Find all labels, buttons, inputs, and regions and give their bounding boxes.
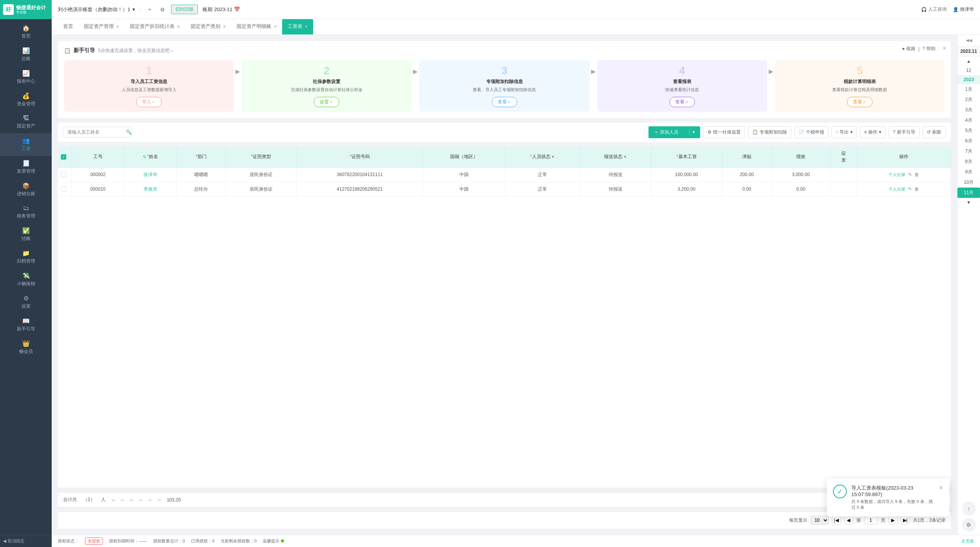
social-insurance-button[interactable]: ⚙ 统一社保设置 [703,126,745,138]
sidebar-item-settings[interactable]: ⚙ 设置 [0,291,52,314]
expand-calendar-button[interactable]: ◀◀ [957,35,980,46]
calendar-month-3[interactable]: 3月 [957,105,980,115]
sidebar-item-tax[interactable]: 🗂 税务管理 [0,201,52,223]
guide-close-button[interactable]: ✕ [942,46,946,51]
unpin-button[interactable]: ◀ 取消固定 [0,535,52,547]
calendar-month-2[interactable]: 2月 [957,95,980,105]
calendar-month-6[interactable]: 6月 [957,136,980,146]
close-tab-icon[interactable]: ✕ [223,24,226,29]
calendar-month-5[interactable]: 5月 [957,126,980,136]
row-checkbox[interactable] [61,186,66,192]
calendar-month-10[interactable]: 10月 [957,177,980,188]
close-tab-icon[interactable]: ✕ [305,24,308,29]
nav-up-button[interactable]: ▲ [957,57,980,66]
toast-close-button[interactable]: ✕ [939,485,943,491]
step-import-button[interactable]: 导入＞ [136,97,162,107]
delete-icon[interactable]: 🗑 [915,172,919,177]
th-dept: *部门 [177,147,226,168]
sidebar-item-invoice[interactable]: 🧾 发票管理 [0,156,52,178]
last-page-button[interactable]: ▶| [901,516,910,525]
close-tab-icon[interactable]: ✕ [116,24,119,29]
select-all-th: ✓ [58,147,72,168]
next-page-button[interactable]: ▶ [889,516,898,525]
first-page-button[interactable]: |◀ [832,516,841,525]
step-view-button[interactable]: 查看＞ [492,97,517,107]
filter-icon[interactable]: ▼ [551,155,555,159]
social-insurance-link[interactable]: 个人社保 [889,187,905,191]
step-setup-button[interactable]: 设置＞ [314,97,339,107]
select-all-checkbox[interactable]: ✓ [61,154,66,160]
tab-asset-category[interactable]: 固定资产类别 ✕ [185,19,231,34]
sidebar-item-expense[interactable]: 💸 小畅报销 [0,268,52,291]
prev-page-button[interactable]: ◀ [844,516,853,525]
social-insurance-link[interactable]: 个人社保 [889,172,905,177]
tax-declare-button[interactable]: 📄 个税申报 [794,126,828,138]
tab-home[interactable]: 首页 [58,19,78,34]
sidebar-item-member[interactable]: 👑 畅会员 [0,336,52,359]
add-account-button[interactable]: ＋ [145,5,154,15]
sort-icon[interactable]: ⇅ [143,155,146,159]
close-tab-icon[interactable]: ✕ [177,24,180,29]
newbie-guide-button[interactable]: ? 新手引导 [889,126,920,138]
calendar-year-2023[interactable]: 2023 [957,75,980,84]
tab-depreciation[interactable]: 固定资产折旧统计表 ✕ [124,19,185,34]
user-avatar[interactable]: 👤 徐泽华 [953,6,974,13]
page-input[interactable] [864,516,878,524]
panel-btn-1[interactable]: ↑ [962,502,976,516]
edit-icon[interactable]: ✎ [908,186,912,192]
charge-link[interactable]: 去充值 [961,538,974,544]
calendar-month-9[interactable]: 9月 [957,167,980,177]
employee-name-link[interactable]: 李俊杰 [144,186,157,192]
guide-step-2: 2 社保参数设置 完成社保参数设置自动计算社保公积金 设置＞ [242,60,412,112]
total-pages-label: 共1页，2条记录 [913,517,946,524]
search-icon[interactable]: 🔍 [126,129,132,135]
sidebar-item-inventory[interactable]: 📦 进销台账 [0,178,52,201]
sidebar-item-funds[interactable]: 💰 资金管理 [0,88,52,111]
edit-icon[interactable]: ✎ [908,172,912,177]
export-button[interactable]: ↑ 导出 ▾ [831,126,857,138]
sidebar-item-reports[interactable]: 📈 报表中心 [0,66,52,88]
video-link[interactable]: ● 视频 [902,46,915,52]
sidebar-item-archive[interactable]: 📁 归档管理 [0,246,52,268]
calendar-month-11[interactable]: 11月 [957,188,980,198]
calendar-month-4[interactable]: 4月 [957,115,980,126]
sidebar-item-close-account[interactable]: ✅ 结账 [0,223,52,246]
sidebar-item-salary[interactable]: 👥 工资 [0,133,52,156]
employee-name-link[interactable]: 徐泽华 [144,172,157,177]
search-input[interactable] [63,127,132,137]
row-checkbox[interactable] [61,172,66,177]
tab-asset-ledger[interactable]: 固定资产明细账 ✕ [231,19,282,34]
sidebar-item-ledger[interactable]: 📊 总账 [0,43,52,66]
operation-button[interactable]: ≡ 操作 ▾ [860,126,885,138]
calendar-month-7[interactable]: 7月 [957,146,980,157]
divider: | [140,7,141,12]
page-size-select[interactable]: 10 20 50 [810,516,829,525]
account-selector[interactable]: 刘小艳演示账套（勿删勿动！）1 ▾ [58,6,135,13]
sidebar-item-assets[interactable]: 🏗 固定资产 [0,111,52,133]
tab-salary[interactable]: 工资表 ✕ [282,19,313,34]
nav-down-button[interactable]: ▼ [957,198,980,207]
step-tax-button[interactable]: 查看＞ [847,97,872,107]
sidebar-item-guide[interactable]: 📖 新手引导 [0,314,52,336]
close-tab-icon[interactable]: ✕ [274,24,277,29]
add-person-button[interactable]: ＋ 添加人员 [648,126,684,138]
refresh-button[interactable]: ↺ 刷新 [923,126,946,138]
calendar-month-1[interactable]: 1月 [957,84,980,95]
delete-icon[interactable]: 🗑 [915,186,919,192]
calendar-month-8[interactable]: 8月 [957,157,980,167]
add-person-dropdown-button[interactable]: ▾ [684,126,700,138]
switch-old-version-button[interactable]: 切到旧版 [171,5,198,14]
customer-service-button[interactable]: 🎧 人工咨询 [921,6,947,13]
settings-icon: ⚙ [707,129,712,135]
filter-icon[interactable]: ▼ [623,155,627,159]
tab-fixed-assets[interactable]: 固定资产管理 ✕ [78,19,124,34]
sidebar-item-label: 总账 [21,56,31,62]
calendar-month-12[interactable]: 12 [957,66,980,75]
step-report-button[interactable]: 查看＞ [670,97,695,107]
special-deduction-button[interactable]: 📋 专项附加扣除 [748,126,791,138]
panel-btn-2[interactable]: ⚙ [962,518,976,532]
guide-icon: 📖 [22,317,30,325]
sidebar-item-home[interactable]: 🏠 首页 [0,21,52,43]
settings-button[interactable]: ⚙ [158,5,167,14]
help-link[interactable]: ? 帮助 [923,46,936,52]
